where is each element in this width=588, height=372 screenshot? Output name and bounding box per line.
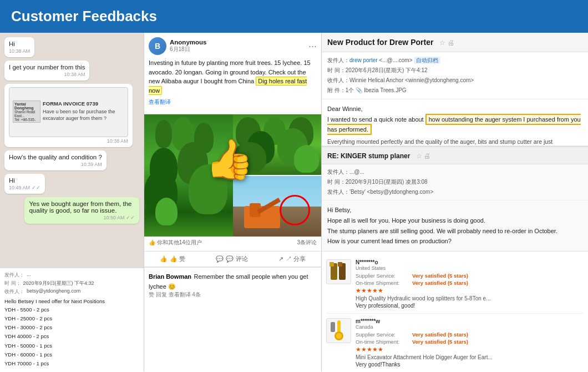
svg-rect-2	[330, 262, 334, 267]
fb-avatar: B	[149, 37, 166, 55]
order-list: YDH - 5500 - 2 pcs YDH - 25000 - 2 pcs Y…	[4, 305, 139, 368]
invoice-text: Have u been so far purchase the excavato…	[43, 108, 124, 122]
from-label2: 发件人：	[327, 169, 349, 175]
service-value-1: Very satisfied (5 stars)	[412, 273, 468, 279]
fb-poster-name: Anonymous	[170, 39, 305, 46]
alibaba-reviews-section: N*******o United States Supplier Service…	[322, 251, 588, 371]
email2-icons: ☆ 🖨	[416, 152, 430, 160]
review-product-2: Mini Excavator Attachment Hole Digger Au…	[356, 354, 584, 360]
svg-rect-3	[338, 262, 342, 267]
comment-meta: 赞 回复 查看翻译 4条	[149, 291, 317, 299]
email-thread-1: New Product for Drew Porter ☆ 🖨 发件人：drew…	[322, 33, 588, 146]
review-content-2: m*******w Canada Supplier Service: Very …	[356, 318, 584, 368]
msg-time: 10:38 AM	[9, 138, 128, 144]
to-label: 收件人：	[327, 77, 349, 83]
email2-greeting: Hi Betsy,	[327, 205, 582, 215]
chat-message-2: I get your number from this 10:38 AM	[4, 61, 89, 81]
print-icon[interactable]: 🖨	[448, 39, 454, 47]
email-time: 2020年9月9日(星期三) 下午4:32	[23, 280, 94, 287]
email-body-2: Hi Betsy, Hope all is well for you. Hope…	[322, 200, 588, 251]
review-product-image-2	[326, 318, 351, 343]
fb-post-meta: Anonymous 6月18日	[170, 39, 305, 53]
sender-email: ...	[27, 272, 31, 279]
fb-like-button[interactable]: 👍 👍 赞	[160, 255, 185, 263]
to-label: 收件人：	[4, 288, 24, 295]
chat-message-1: Hi 10:38 AM	[4, 37, 34, 57]
shipment-label-1: On-time Shipment:	[356, 280, 405, 286]
sender-email: <...@....com>	[379, 57, 412, 63]
thumbs-up-icon: 👍	[205, 137, 254, 182]
reviewer-name-2: m*******w	[356, 318, 380, 324]
commenter-name: Brian Bowman	[149, 273, 191, 280]
page-title: Customer Feedbacks	[11, 8, 157, 25]
time-label2: 时 间：	[327, 179, 346, 185]
fb-translate-link[interactable]: 查看翻译	[149, 98, 317, 106]
email2-subject-title: RE: KINGER stump planer	[327, 152, 410, 160]
msg-text: How's the quality and condition ?	[9, 154, 102, 160]
review-product-image-1	[326, 259, 351, 284]
sender-label: 发件人：	[4, 272, 24, 279]
middle-column: B Anonymous 6月18日 ··· Investing in futur…	[144, 33, 322, 371]
right-column: New Product for Drew Porter ☆ 🖨 发件人：drew…	[322, 33, 588, 371]
fb-comment-button[interactable]: 💬 💬 评论	[216, 255, 247, 263]
share-icon: ↗	[278, 255, 283, 263]
email-greeting: Hello Betsey I need offer for Next Posit…	[4, 298, 139, 305]
email2-line2: The stump planers are still selling good…	[327, 226, 582, 237]
review-comment-2: Very good!Thanks	[356, 361, 584, 368]
fb-actions-bar: 👍 👍 赞 💬 💬 评论 ↗ ↗ 分享	[144, 251, 321, 267]
fb-share-button[interactable]: ↗ ↗ 分享	[278, 255, 306, 263]
sender-email2: ...@...	[349, 169, 364, 175]
email-attach: 1个 📎 Ibezia Trees.JPG	[346, 87, 407, 93]
fb-post-date: 6月18日	[170, 46, 305, 53]
email-para2: Everything mounted perfectly and the qua…	[327, 137, 582, 146]
email-subject-bar: New Product for Drew Porter ☆ 🖨	[322, 33, 588, 52]
order-item: YDH - 5500 - 2 pcs	[4, 305, 139, 314]
fb-comment-count: 3条评论	[297, 239, 317, 247]
fb-comment-section: Brian Bowman Remember the small people w…	[144, 267, 321, 302]
email2-time: 2020年9月10日(星期四) 凌晨3:08	[346, 179, 428, 185]
svg-point-6	[336, 333, 342, 339]
chat-message-6: Yes we bought auger from them, the quali…	[24, 197, 139, 224]
shipment-value-2: Very satisfied (5 stars)	[412, 339, 468, 345]
email-greeting: Dear Winnie,	[327, 104, 582, 114]
sender-name[interactable]: drew porter	[349, 57, 378, 63]
comment-icon: 💬	[216, 255, 224, 263]
service-value-2: Very satisfied (5 stars)	[412, 331, 468, 338]
msg-time: 10:38 AM	[9, 48, 30, 54]
msg-text: Yes we bought auger from them, the quali…	[29, 200, 131, 214]
attach-label: 附 件：	[327, 87, 346, 93]
review-header-1: N*******o United States	[356, 259, 584, 271]
review-item-2: m*******w Canada Supplier Service: Very …	[326, 314, 584, 371]
review-product-1: High Quality Hydraulic wood log splitter…	[356, 295, 584, 301]
fb-excavator-image	[233, 176, 321, 237]
msg-text: I get your number from this	[9, 64, 85, 71]
page-header: Customer Feedbacks	[0, 0, 588, 33]
order-item: YDH - 50000 - 1 pcs	[4, 341, 139, 350]
reviewer-name-1: N*******o	[356, 259, 386, 265]
red-circle-highlight	[280, 195, 310, 225]
star-icon[interactable]: ☆	[439, 39, 445, 47]
review-content-1: N*******o United States Supplier Service…	[356, 259, 584, 309]
whatsapp-chat: Hi 10:38 AM I get your number from this …	[0, 33, 144, 268]
email-meta-block: 发件人：drew porter <...@....com> 自动归档 时 间：2…	[322, 52, 588, 99]
fb-images: 👍	[144, 114, 321, 237]
email-thread-2: RE: KINGER stump planer ☆ 🖨 发件人：...@... …	[322, 146, 588, 251]
review-stars-1: ★★★★★	[356, 287, 584, 294]
review-shipment-2: On-time Shipment: Very satisfied (5 star…	[356, 339, 584, 345]
service-label-2: Supplier Service:	[356, 331, 405, 338]
msg-time: 10:49 AM ✓✓	[9, 185, 40, 190]
left-column: Hi 10:38 AM I get your number from this …	[0, 33, 144, 371]
invoice-image: Yantai Dongheng Shanxi Road East... Tel:…	[9, 87, 128, 137]
review-service-1: Supplier Service: Very satisfied (5 star…	[356, 273, 584, 279]
msg-time: 10:50 AM ✓✓	[29, 215, 135, 220]
shipment-value-1: Very satisfied (5 stars)	[412, 280, 468, 286]
msg-text: Hi	[9, 177, 15, 184]
reviewer-country-2: Canada	[356, 324, 380, 330]
email-inquiry-section: 发件人： ... 时 间： 2020年9月9日(星期三) 下午4:32 收件人：…	[0, 268, 144, 371]
email2-line1: Hope all is well for you. Hope your busi…	[327, 215, 582, 226]
order-item: YDH 70000 - 1 pcs	[4, 359, 139, 368]
order-item: YDH - 30000 - 2 pcs	[4, 323, 139, 332]
invoice-title: FORMA INVOICE 0739	[43, 100, 124, 107]
fb-more-options[interactable]: ···	[308, 41, 317, 52]
main-content: Hi 10:38 AM I get your number from this …	[0, 33, 588, 371]
